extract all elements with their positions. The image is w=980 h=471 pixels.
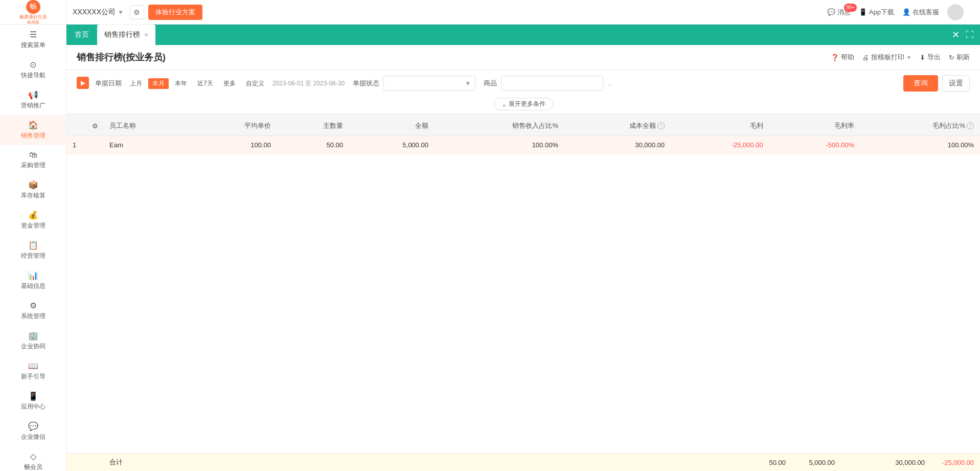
export-btn[interactable]: ⬇ 导出	[920, 53, 941, 62]
sidebar: ☰ 搜索菜单 ⊙ 快捷导航 📢 营销推广 🏠 销售管理 🛍 采购管理 📦 库存核…	[0, 25, 66, 471]
date-tab-more[interactable]: 更多	[219, 78, 240, 89]
service-icon: 👤	[902, 8, 910, 16]
status-label: 单据状态	[353, 79, 379, 88]
col-settings[interactable]: ⚙	[87, 116, 103, 136]
refresh-icon: ↻	[949, 54, 954, 61]
cell-gross-pct: 100.00%	[860, 136, 980, 154]
date-tab-this-year[interactable]: 本年	[171, 78, 191, 89]
sidebar-item-app-center[interactable]: 📱 应用中心	[0, 386, 66, 416]
col-avg-price: 平均单价	[190, 116, 277, 136]
help-icon: ❓	[831, 54, 839, 61]
tab-home-label: 首页	[75, 30, 89, 39]
sidebar-item-inventory[interactable]: 📦 库存核算	[0, 175, 66, 205]
gross-pct-info-icon[interactable]: ?	[967, 122, 974, 129]
sidebar-item-guide[interactable]: 📖 新手引导	[0, 356, 66, 386]
date-range: 2023-06-01 至 2023-06-30	[272, 79, 345, 88]
enterprise-icon: 🏢	[28, 331, 38, 341]
tab-close-icon[interactable]: ×	[144, 31, 148, 39]
col-sales-pct: 销售收入占比%	[435, 116, 564, 136]
expand-label: 展开更多条件	[509, 100, 545, 108]
company-selector[interactable]: XXXXXX公司 ▼	[66, 8, 130, 17]
page-title: 销售排行榜(按业务员)	[77, 51, 166, 63]
page-header: 销售排行榜(按业务员) ❓ 帮助 🖨 按模板打印 ▼ ⬇ 导出	[66, 45, 980, 70]
page-actions: ❓ 帮助 🖨 按模板打印 ▼ ⬇ 导出 ↻ 刷新	[831, 53, 970, 62]
tab-active-label: 销售排行榜	[104, 30, 140, 39]
sidebar-item-marketing[interactable]: 📢 营销推广	[0, 85, 66, 115]
date-tab-last-month[interactable]: 上月	[126, 78, 146, 89]
sidebar-label: 库存核算	[21, 191, 45, 200]
app-label: App下载	[869, 8, 894, 17]
sidebar-label: 基础信息	[21, 282, 45, 290]
online-service-btn[interactable]: 👤 在线客服	[902, 8, 939, 17]
sidebar-item-basic-info[interactable]: 📊 基础信息	[0, 265, 66, 296]
expand-more-row: ⌄ 展开更多条件	[77, 96, 970, 114]
settings-icon-btn[interactable]: ⚙	[130, 5, 144, 19]
date-tab-7days[interactable]: 近7天	[193, 78, 217, 89]
page-body: 销售排行榜(按业务员) ❓ 帮助 🖨 按模板打印 ▼ ⬇ 导出	[66, 45, 980, 471]
filter-buttons: 查询 设置	[903, 75, 970, 92]
marketing-icon: 📢	[28, 90, 38, 100]
sidebar-item-search[interactable]: ☰ 搜索菜单	[0, 25, 66, 55]
purchase-icon: 🛍	[29, 150, 37, 160]
sidebar-item-wechat[interactable]: 💬 企业微信	[0, 416, 66, 446]
refresh-label: 刷新	[956, 53, 970, 62]
table-footer: 合计 50.00 5,000.00 30,000.00 -25,000.00	[66, 453, 980, 471]
sidebar-item-quick-nav[interactable]: ⊙ 快捷导航	[0, 55, 66, 85]
sidebar-label: 新手引导	[21, 372, 45, 381]
date-filter: 单据日期 上月 本月 本年 近7天 更多 自定义 2023-06-01 至 20…	[95, 78, 345, 89]
sidebar-item-purchase[interactable]: 🛍 采购管理	[0, 145, 66, 175]
tab-bar-right: ✕ ⛶	[952, 29, 980, 40]
col-amount: 全额	[349, 116, 435, 136]
logo-area: 畅 畅康通好生意 标准版	[0, 0, 66, 25]
settings-button[interactable]: 设置	[942, 75, 970, 92]
chevron-down-icon: ▼	[118, 9, 124, 16]
filter-area: ▶ 单据日期 上月 本月 本年 近7天 更多 自定义	[66, 70, 980, 114]
date-tab-this-month[interactable]: 本月	[148, 78, 169, 89]
search-menu-icon: ☰	[30, 30, 37, 39]
col-cost: 成本全额?	[564, 116, 671, 136]
cell-quantity: 50.00	[277, 136, 349, 154]
expand-more-btn[interactable]: ⌄ 展开更多条件	[494, 98, 553, 110]
date-tab-custom[interactable]: 自定义	[242, 78, 268, 89]
sidebar-label: 销售管理	[21, 131, 45, 140]
basic-info-icon: 📊	[28, 271, 38, 280]
tab-close-window-icon[interactable]: ✕	[952, 29, 960, 40]
print-btn[interactable]: 🖨 按模板打印 ▼	[862, 53, 911, 62]
export-icon: ⬇	[920, 54, 925, 61]
sidebar-item-enterprise[interactable]: 🏢 企业协同	[0, 326, 66, 356]
sidebar-label: 经营管理	[21, 252, 45, 260]
logo-subtext: 标准版	[27, 20, 39, 25]
tab-home[interactable]: 首页	[66, 25, 97, 45]
sidebar-item-system[interactable]: ⚙ 系统管理	[0, 296, 66, 326]
app-center-icon: 📱	[28, 391, 38, 401]
sidebar-item-member[interactable]: ◇ 畅会员	[0, 446, 66, 471]
help-btn[interactable]: ❓ 帮助	[831, 53, 854, 62]
sidebar-label: 企业协同	[21, 342, 45, 351]
sales-icon: 🏠	[28, 120, 38, 130]
filter-expand-arrow[interactable]: ▶	[77, 77, 89, 89]
sidebar-item-sales[interactable]: 🏠 销售管理	[0, 115, 66, 145]
app-icon: 📱	[859, 8, 867, 16]
goods-label: 商品	[484, 79, 497, 88]
cost-info-icon[interactable]: ?	[657, 122, 665, 129]
tab-fullscreen-icon[interactable]: ⛶	[966, 30, 974, 39]
query-button[interactable]: 查询	[903, 75, 938, 92]
date-label: 单据日期	[95, 79, 122, 88]
message-btn[interactable]: 💬 消息 99+	[827, 8, 851, 17]
app-download-btn[interactable]: 📱 App下载	[859, 8, 894, 17]
quick-nav-icon: ⊙	[30, 60, 36, 70]
refresh-btn[interactable]: ↻ 刷新	[949, 53, 970, 62]
avatar[interactable]	[947, 4, 964, 20]
goods-input[interactable]	[501, 76, 603, 91]
tab-active-sales[interactable]: 销售排行榜 ×	[97, 25, 155, 45]
col-gross-pct: 毛利占比%?	[860, 116, 980, 136]
system-icon: ⚙	[30, 301, 37, 310]
trial-button[interactable]: 体验行业方案	[148, 5, 202, 20]
status-select[interactable]: ▼	[383, 76, 475, 91]
sidebar-item-operations[interactable]: 📋 经营管理	[0, 235, 66, 265]
sidebar-label: 营销推广	[21, 101, 45, 110]
sidebar-label: 企业微信	[21, 433, 45, 441]
footer-cost: 30,000.00	[884, 459, 925, 466]
cell-name: Eam	[103, 136, 190, 154]
sidebar-item-finance[interactable]: 💰 资金管理	[0, 205, 66, 235]
